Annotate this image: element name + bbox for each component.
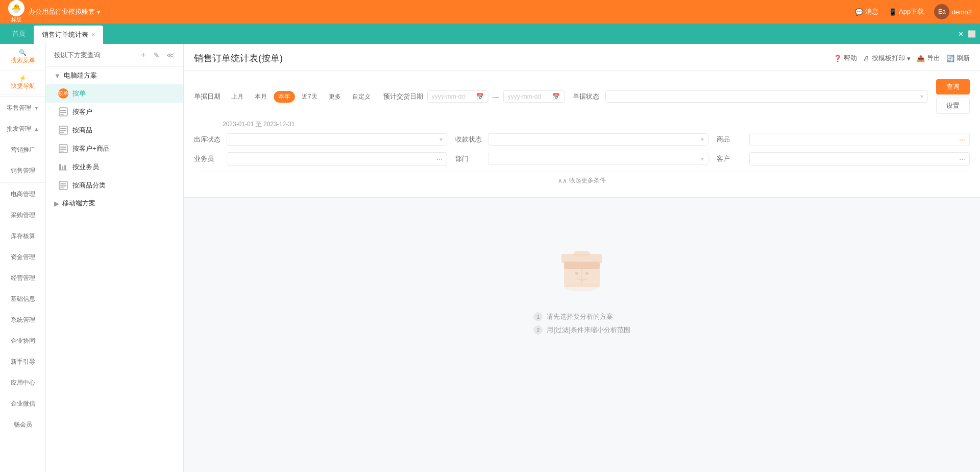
delivery-status-select[interactable]: ▾ [227, 133, 447, 146]
date-btn-this-year[interactable]: 本年 [274, 91, 295, 103]
by-salesperson-icon [58, 162, 68, 172]
customer-input[interactable]: ··· [749, 152, 970, 166]
scheme-section-mobile-title[interactable]: ▶ 移动端方案 [46, 195, 183, 212]
sidebar-divider-1 [0, 96, 45, 97]
tab-close-icon[interactable]: × [91, 31, 95, 38]
scheme-item-by-customer[interactable]: 按客户 [46, 103, 183, 121]
sidebar-item-finance[interactable]: 资金管理 [0, 247, 45, 268]
date-separator: — [493, 93, 499, 101]
department-select[interactable]: ▾ [488, 153, 708, 165]
sidebar-newbie-label: 新手引导 [11, 358, 35, 366]
settings-btn[interactable]: 设置 [936, 98, 970, 114]
refresh-btn[interactable]: 🔄 刷新 [946, 54, 970, 63]
svg-rect-6 [60, 130, 66, 131]
scheme-section-pc-title[interactable]: ▼ 电脑端方案 [46, 67, 183, 84]
tab-sales-order[interactable]: 销售订单统计表 × [34, 26, 103, 44]
sidebar-item-member[interactable]: 畅会员 [0, 414, 45, 435]
app-download-btn[interactable]: 📱 App下载 [889, 7, 924, 16]
top-bar-right: 💬 消息 📱 App下载 Ea demo2 [855, 4, 972, 19]
add-scheme-btn[interactable]: + [138, 50, 149, 60]
sidebar-item-newbie[interactable]: 新手引导 [0, 351, 45, 372]
date-btn-this-month[interactable]: 本月 [250, 91, 272, 103]
sidebar-item-system[interactable]: 系统管理 [0, 310, 45, 331]
avatar-text: Ea [938, 8, 946, 15]
collapse-bar: ∧∧ 收起更多条件 [194, 172, 970, 189]
sidebar-item-purchase[interactable]: 采购管理 [0, 205, 45, 226]
message-btn[interactable]: 💬 消息 [855, 7, 878, 16]
goods-input[interactable]: ··· [749, 133, 970, 146]
svg-rect-14 [64, 165, 66, 170]
scheme-item-by-salesperson[interactable]: 按业务员 [46, 158, 183, 176]
refresh-icon: 🔄 [946, 55, 954, 62]
search-btn[interactable]: 查询 [936, 79, 970, 95]
app-selector[interactable]: 办公用品行业模拟账套 ▾ [29, 7, 101, 16]
sidebar-item-retail[interactable]: 零售管理 ▼ [0, 98, 45, 119]
export-btn[interactable]: 📤 导出 [917, 54, 940, 63]
user-menu[interactable]: Ea demo2 [934, 4, 972, 19]
sidebar-item-operations[interactable]: 经营管理 [0, 268, 45, 289]
empty-illustration [551, 239, 612, 300]
tab-home-label: 首页 [12, 29, 26, 38]
sidebar-wholesale-arrow: ▲ [34, 126, 39, 132]
date-range-text: 2023-01-01 至 2023-12-31 [223, 121, 295, 128]
svg-rect-25 [574, 251, 590, 256]
sidebar-item-marketing[interactable]: 营销推广 [0, 139, 45, 160]
salesperson-group: 业务员 ··· [194, 152, 447, 166]
salesperson-input[interactable]: ··· [227, 152, 447, 166]
sidebar-item-wechat[interactable]: 企业微信 [0, 393, 45, 414]
sidebar-item-inventory[interactable]: 库存核算 [0, 226, 45, 247]
edit-scheme-btn[interactable]: ✎ [152, 50, 162, 60]
window-close-btn[interactable]: ✕ [958, 30, 964, 38]
download-icon: 📱 [889, 8, 897, 16]
by-goods-icon [58, 125, 68, 135]
doc-status-select[interactable]: ▾ [605, 90, 928, 103]
export-label: 导出 [927, 54, 940, 63]
avatar: Ea [934, 4, 949, 19]
sidebar-operations-label: 经营管理 [11, 274, 35, 282]
sidebar-item-basic[interactable]: 基础信息 [0, 289, 45, 310]
svg-rect-3 [60, 114, 64, 115]
sidebar-item-sales[interactable]: 销售管理 [0, 160, 45, 181]
template-print-btn[interactable]: 🖨 按模板打印 ▾ [863, 54, 911, 63]
sidebar-item-appcenter[interactable]: 应用中心 [0, 372, 45, 393]
scheme-item-by-customer-goods[interactable]: 按客户+商品 [46, 139, 183, 158]
payment-status-select[interactable]: ▾ [488, 133, 708, 146]
expected-date-end-placeholder: yyyy-mm-dd [508, 93, 541, 100]
expected-date-start[interactable]: yyyy-mm-dd 📅 [427, 90, 488, 103]
department-group: 部门 ▾ [455, 153, 708, 165]
sidebar-quick-nav[interactable]: ⚡ 快捷导航 [0, 70, 45, 95]
by-customer-icon [58, 107, 68, 117]
sidebar-marketing-label: 营销推广 [11, 146, 35, 154]
scheme-item-by-goods[interactable]: 按商品 [46, 121, 183, 139]
sidebar-quick-nav-label: 快捷导航 [0, 82, 45, 90]
sidebar-retail-label: 零售管理 [7, 104, 31, 112]
empty-state: 1 请先选择要分析的方案 2 用[过滤]条件来缩小分析范围 [184, 198, 980, 380]
scheme-item-by-order[interactable]: 按单 按单 [46, 84, 183, 103]
date-btn-7days[interactable]: 近7天 [297, 91, 322, 103]
right-main: 销售订单统计表(按单) ❓ 帮助 🖨 按模板打印 ▾ 📤 导出 [184, 44, 980, 472]
tab-home[interactable]: 首页 [4, 23, 34, 44]
scheme-item-by-category[interactable]: 按商品分类 [46, 176, 183, 195]
by-order-icon: 按单 [58, 88, 68, 99]
date-btn-custom[interactable]: 自定义 [348, 91, 375, 103]
logo-text: 标版 [11, 16, 21, 23]
date-btn-more[interactable]: 更多 [324, 91, 346, 103]
help-btn[interactable]: ❓ 帮助 [834, 54, 857, 63]
date-btn-last-month[interactable]: 上月 [227, 91, 248, 103]
sidebar-item-ecommerce[interactable]: 电商管理 [0, 184, 45, 205]
sidebar-search[interactable]: 🔍 搜索菜单 [0, 44, 45, 70]
window-restore-btn[interactable]: ⬜ [968, 30, 976, 38]
sidebar-item-enterprise[interactable]: 企业协同 [0, 331, 45, 351]
date-range-display: 2023-01-01 至 2023-12-31 [194, 120, 970, 133]
by-goods-label: 按商品 [72, 126, 92, 135]
collapse-panel-btn[interactable]: ≪ [165, 50, 175, 60]
empty-tip-2: 2 用[过滤]条件来缩小分析范围 [533, 325, 630, 335]
sidebar-item-wholesale[interactable]: 批发管理 ▲ [0, 119, 45, 139]
svg-rect-17 [60, 183, 66, 184]
logo-icon: 🐣 [11, 4, 21, 13]
sidebar-appcenter-label: 应用中心 [11, 379, 35, 387]
expected-date-end[interactable]: yyyy-mm-dd 📅 [503, 90, 565, 103]
collapse-btn[interactable]: ∧∧ 收起更多条件 [558, 176, 606, 185]
tip-num-1: 1 [533, 312, 543, 321]
empty-tips: 1 请先选择要分析的方案 2 用[过滤]条件来缩小分析范围 [533, 312, 630, 339]
